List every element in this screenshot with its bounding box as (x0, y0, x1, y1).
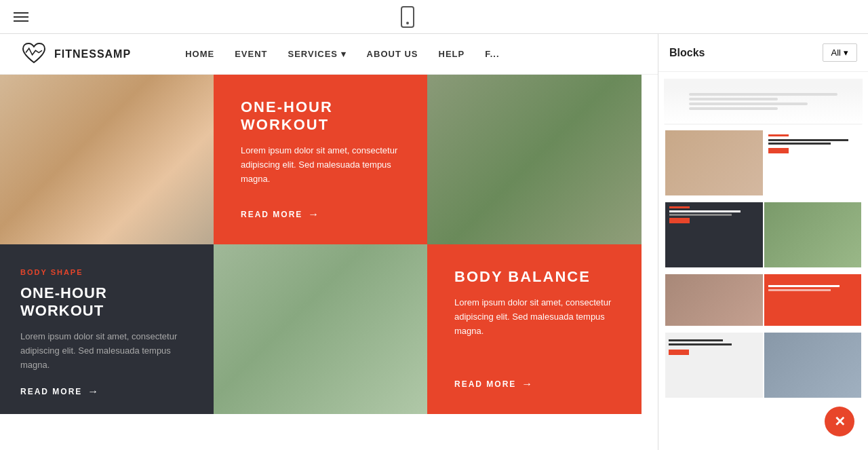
close-button[interactable]: ✕ (825, 407, 854, 436)
woman-photo-bg (0, 75, 214, 244)
block-thumb-4[interactable] (664, 273, 863, 327)
thumb-2-content (764, 130, 862, 195)
sidebar-scroll[interactable] (658, 72, 868, 450)
thumb-4-photo (665, 274, 763, 326)
thumb-2-line1 (768, 139, 848, 141)
thumb-5-line1 (669, 339, 723, 341)
phone-icon (401, 6, 414, 28)
workout-read-more[interactable]: READ MORE → (241, 208, 400, 221)
all-dropdown-label: All (831, 48, 841, 58)
sidebar: Blocks All ▾ (658, 34, 868, 450)
thumb-5-photo (764, 333, 862, 398)
cell-body-balance-red: BODY BALANCE Lorem ipsum dolor sit amet,… (427, 244, 642, 414)
sidebar-header: Blocks All ▾ (658, 34, 868, 72)
thumb-line-2 (689, 98, 778, 100)
basketball-photo-bg (427, 75, 642, 244)
nav-home[interactable]: HOME (185, 49, 214, 59)
thumb-line-4 (689, 107, 778, 110)
thumb-3-tag (669, 206, 690, 208)
cell-workout-red: ONE-HOUR WORKOUT Lorem ipsum dolor sit a… (214, 75, 427, 244)
close-icon: ✕ (834, 413, 846, 430)
block-thumb-1[interactable] (664, 77, 863, 125)
logo-text: FITNESSAMP (54, 48, 131, 60)
website-area: FITNESSAMP HOME EVENT SERVICES ABOUT US … (0, 34, 658, 450)
logo-icon (20, 41, 47, 68)
body-balance-body: Lorem ipsum dolor sit amet, consectetur … (454, 296, 614, 338)
sidebar-title: Blocks (669, 47, 705, 59)
hamburger-icon[interactable] (14, 12, 28, 22)
workout-title: ONE-HOUR WORKOUT (241, 98, 400, 134)
thumb-5-btn (669, 350, 689, 355)
thumb-line-3 (689, 102, 808, 105)
body-balance-content: BODY BALANCE Lorem ipsum dolor sit amet,… (454, 268, 614, 348)
thumb-3-photo (764, 202, 862, 267)
thumb-3-dark (665, 202, 763, 267)
thumb-2-line2 (768, 143, 831, 145)
body-balance-arrow: → (521, 378, 534, 390)
body-shape-read-more[interactable]: READ MORE → (20, 386, 193, 398)
nav-about[interactable]: ABOUT US (367, 49, 418, 59)
read-more-label: READ MORE (241, 210, 302, 219)
thumb-5-left (665, 333, 763, 398)
cell-basketball-photo (427, 75, 642, 244)
nav-bar: FITNESSAMP HOME EVENT SERVICES ABOUT US … (0, 34, 658, 75)
dropdown-chevron: ▾ (844, 48, 848, 58)
content-grid: ONE-HOUR WORKOUT Lorem ipsum dolor sit a… (0, 75, 658, 450)
thumb-line-1 (689, 93, 837, 96)
thumb-4-line1 (768, 285, 840, 287)
cell-body-shape: BODY SHAPE ONE-HOUR WORKOUT Lorem ipsum … (0, 244, 214, 414)
body-balance-title: BODY BALANCE (454, 268, 614, 286)
body-shape-cta-label: READ MORE (20, 387, 82, 396)
thumb-3-btn (669, 218, 690, 223)
thumb-1-lines (689, 91, 837, 112)
block-thumb-5[interactable] (664, 331, 863, 399)
thumb-2-photo (665, 130, 763, 195)
logo: FITNESSAMP (20, 41, 131, 68)
read-more-arrow: → (308, 208, 320, 221)
thumb-5-line2 (669, 343, 732, 345)
body-shape-arrow: → (87, 386, 100, 398)
top-bar (0, 0, 868, 34)
block-thumb-3[interactable] (664, 201, 863, 269)
red-block-content: ONE-HOUR WORKOUT Lorem ipsum dolor sit a… (241, 98, 400, 196)
body-balance-cta-label: READ MORE (454, 379, 516, 389)
body-shape-title: ONE-HOUR WORKOUT (20, 284, 193, 320)
thumb-2-tag (768, 134, 789, 136)
block-thumb-2[interactable] (664, 129, 863, 197)
thumb-4-line2 (768, 289, 831, 291)
thumb-3-line2 (669, 214, 732, 216)
nav-help[interactable]: HELP (439, 49, 465, 59)
nav-services[interactable]: SERVICES (288, 49, 346, 59)
yoga-photo-bg (214, 244, 427, 414)
thumb-3-line1 (669, 210, 741, 212)
all-dropdown[interactable]: All ▾ (823, 43, 857, 62)
thumb-4-red (764, 274, 862, 326)
body-shape-category: BODY SHAPE (20, 268, 193, 276)
cell-woman-photo (0, 75, 214, 244)
nav-event[interactable]: EVENT (235, 49, 267, 59)
cell-yoga-photo (214, 244, 427, 414)
dark-block-content: BODY SHAPE ONE-HOUR WORKOUT Lorem ipsum … (20, 268, 193, 386)
body-shape-body: Lorem ipsum dolor sit amet, consectetur … (20, 330, 193, 372)
nav-more[interactable]: F... (485, 49, 499, 59)
workout-body: Lorem ipsum dolor sit amet, consectetur … (241, 144, 400, 186)
nav-links: HOME EVENT SERVICES ABOUT US HELP F... (185, 49, 499, 59)
body-balance-read-more[interactable]: READ MORE → (454, 378, 614, 390)
main-layout: FITNESSAMP HOME EVENT SERVICES ABOUT US … (0, 34, 868, 450)
thumb-2-btn (768, 148, 789, 153)
